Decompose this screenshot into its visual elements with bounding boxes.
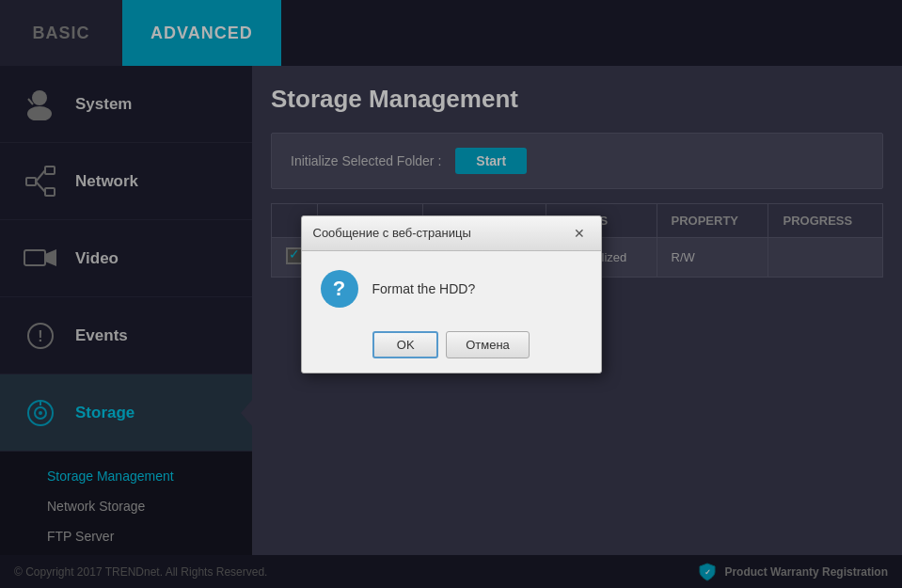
modal-question-icon: ? [321, 270, 358, 308]
modal-cancel-button[interactable]: Отмена [446, 331, 530, 358]
modal-title: Сообщение с веб-страницы [313, 226, 471, 240]
modal-titlebar: Сообщение с веб-страницы ✕ [302, 216, 601, 251]
modal-ok-button[interactable]: OK [372, 331, 438, 358]
modal-body: ? Format the HDD? [302, 251, 601, 322]
modal-dialog: Сообщение с веб-страницы ✕ ? Format the … [301, 215, 602, 373]
modal-message: Format the HDD? [372, 281, 476, 296]
modal-footer: OK Отмена [302, 322, 601, 373]
modal-overlay: Сообщение с веб-страницы ✕ ? Format the … [0, 0, 902, 588]
modal-close-button[interactable]: ✕ [569, 224, 590, 243]
app-container: BASIC ADVANCED System [0, 0, 902, 588]
